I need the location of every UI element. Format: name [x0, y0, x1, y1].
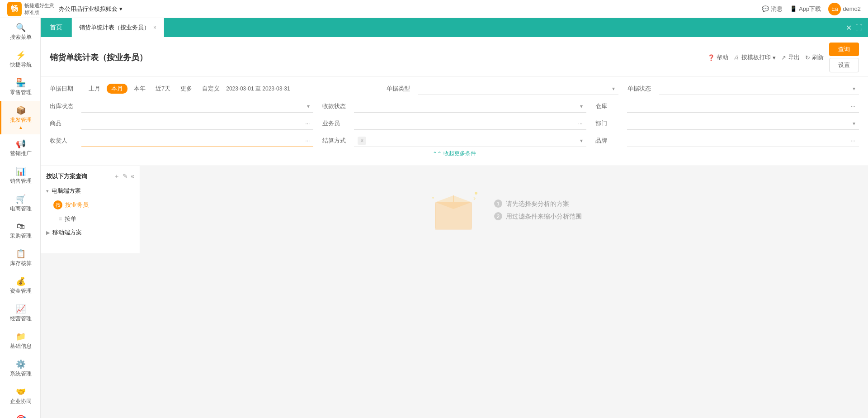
doc-status-arrow-icon: ▾ — [853, 86, 855, 92]
settlement-label: 结算方式 — [322, 137, 354, 145]
export-icon: ↗ — [781, 54, 786, 61]
logo-icon: 畅 — [7, 2, 22, 16]
empty-state: 1 请先选择要分析的方案 2 用过滤条件来缩小分析范围 — [426, 184, 582, 235]
sidebar-item-enterprise-collab[interactable]: 🤝 企业协同 — [0, 382, 40, 410]
tab-active[interactable]: 销货单统计表（按业务员） × — [72, 18, 164, 37]
collect-status-field[interactable]: ▾ — [354, 100, 586, 113]
sidebar-item-newguide[interactable]: 🎯 新手引导 — [0, 410, 40, 418]
collapse-btn[interactable]: ⌃⌃ 收起更多条件 — [50, 147, 859, 160]
print-icon: 🖨 — [734, 54, 740, 61]
setting-button[interactable]: 设置 — [829, 58, 859, 72]
sidebar-item-finance[interactable]: 💰 资金管理 — [0, 272, 40, 299]
goods-more-icon: ··· — [305, 120, 310, 127]
sidebar: 🔍 搜索菜单 ⚡ 快捷导航 🏪 零售管理 📦 批发管理 ▲ 📢 营销推广 � — [0, 18, 41, 418]
svg-point-4 — [475, 192, 477, 195]
wholesale-icon: 📦 — [16, 105, 26, 115]
search-icon: 🔍 — [16, 23, 26, 33]
inner-layout: 按以下方案查询 ＋ ✎ « ▾ 电脑端方案 — [41, 166, 868, 253]
sidebar-item-quicknav[interactable]: ⚡ 快捷导航 — [0, 46, 40, 73]
logo-text: 畅捷通好生意 标准版 — [24, 2, 54, 15]
collapse-scheme-icon[interactable]: « — [131, 172, 134, 180]
empty-illustration — [426, 184, 481, 235]
header-right: 💬 消息 📱 App下载 Ea demo2 — [762, 3, 861, 15]
top-header: 畅 畅捷通好生意 标准版 办公用品行业模拟账套 ▾ 💬 消息 📱 App下载 — [0, 0, 868, 18]
main-layout: 🔍 搜索菜单 ⚡ 快捷导航 🏪 零售管理 📦 批发管理 ▲ 📢 营销推广 � — [0, 18, 868, 418]
filter-row-2: 出库状态 ▾ 收款状态 ▾ 仓库 ··· — [50, 100, 859, 113]
operation-icon: 📈 — [16, 304, 26, 314]
empty-num-1: 1 — [494, 200, 502, 208]
add-scheme-icon[interactable]: ＋ — [113, 172, 120, 180]
workspace-selector[interactable]: 办公用品行业模拟账套 ▾ — [59, 5, 123, 13]
brand-field[interactable]: ··· — [627, 134, 859, 147]
sidebar-item-purchase[interactable]: 🛍 采购管理 — [0, 217, 40, 244]
sidebar-item-retail[interactable]: 🏪 零售管理 — [0, 73, 40, 101]
retail-icon: 🏪 — [16, 78, 26, 88]
help-btn[interactable]: ❓ 帮助 — [708, 53, 728, 62]
dept-label: 部门 — [595, 119, 627, 128]
print-btn[interactable]: 🖨 按模板打印 ▾ — [734, 53, 776, 62]
warehouse-field[interactable]: ··· — [627, 100, 859, 113]
sidebar-item-system[interactable]: ⚙️ 系统管理 — [0, 355, 40, 382]
query-button[interactable]: 查询 — [829, 43, 859, 56]
collect-status-arrow-icon: ▾ — [580, 103, 583, 109]
scheme-item-by-order[interactable]: ≡ 按单 — [41, 212, 140, 226]
enterprise-collab-icon: 🤝 — [16, 387, 26, 397]
out-status-field[interactable]: ▾ — [81, 100, 313, 113]
doc-status-field[interactable]: ▾ — [659, 82, 859, 95]
brand-label: 品牌 — [595, 137, 627, 145]
page-header: 销货单统计表（按业务员） ❓ 帮助 🖨 按模板打印 ▾ ↗ — [41, 37, 868, 76]
dept-field[interactable]: ▾ — [627, 117, 859, 130]
sidebar-item-ecommerce[interactable]: 🛒 电商管理 — [0, 190, 40, 217]
refresh-btn[interactable]: ↻ 刷新 — [805, 53, 824, 62]
sidebar-item-marketing[interactable]: 📢 营销推广 — [0, 134, 40, 162]
date-7days-btn[interactable]: 近7天 — [152, 84, 174, 94]
date-this-month-btn[interactable]: 本月 — [107, 84, 127, 94]
settlement-field[interactable]: × ▾ — [354, 134, 586, 147]
wholesale-arrow: ▲ — [19, 125, 23, 130]
main-empty-content: 1 请先选择要分析的方案 2 用过滤条件来缩小分析范围 — [140, 166, 868, 253]
inventory-icon: 📋 — [16, 249, 26, 259]
header-left: 畅 畅捷通好生意 标准版 办公用品行业模拟账套 ▾ — [7, 2, 123, 16]
sidebar-item-basic-info[interactable]: 📁 基础信息 — [0, 327, 40, 355]
tab-home[interactable]: 首页 — [41, 18, 72, 37]
date-more-btn[interactable]: 更多 — [177, 84, 196, 94]
sidebar-item-sales[interactable]: 📊 销售管理 — [0, 162, 40, 190]
date-range-display: 2023-03-01 至 2023-03-31 — [226, 85, 290, 93]
sidebar-item-inventory[interactable]: 📋 库存核算 — [0, 244, 40, 272]
sidebar-item-search[interactable]: 🔍 搜索菜单 — [0, 18, 40, 46]
tab-expand-btn[interactable]: ⛶ — [855, 24, 863, 32]
scheme-group-desktop: ▾ 电脑端方案 按 按业务员 ≡ 按单 — [41, 184, 140, 226]
help-icon: ❓ — [708, 54, 715, 61]
out-status-label: 出库状态 — [50, 102, 81, 110]
date-custom-btn[interactable]: 自定义 — [198, 84, 223, 94]
print-arrow-icon: ▾ — [773, 54, 776, 61]
doc-type-field[interactable]: ▾ — [418, 82, 618, 95]
tab-close-all-btn[interactable]: ✕ — [846, 24, 852, 32]
content-area: 首页 销货单统计表（按业务员） × ✕ ⛶ 销货单统计表（按业务员） — [41, 18, 868, 418]
collapse-up-icon: ⌃⌃ — [433, 151, 442, 157]
message-btn[interactable]: 💬 消息 — [762, 5, 783, 13]
scheme-item-by-salesman[interactable]: 按 按业务员 — [41, 198, 140, 212]
app-download-btn[interactable]: 📱 App下载 — [790, 5, 821, 13]
tab-bar-actions: ✕ ⛶ — [846, 24, 868, 32]
desktop-scheme-arrow: ▾ — [46, 188, 49, 194]
settlement-tag-close[interactable]: × — [360, 138, 363, 144]
query-panel-header: 按以下方案查询 ＋ ✎ « — [41, 171, 140, 184]
export-btn[interactable]: ↗ 导出 — [781, 53, 800, 62]
doc-status-label: 单据状态 — [627, 85, 659, 93]
salesman-field[interactable]: ··· — [354, 117, 586, 130]
scheme-group-desktop-header[interactable]: ▾ 电脑端方案 — [41, 184, 140, 198]
date-this-year-btn[interactable]: 本年 — [130, 84, 149, 94]
consignee-field[interactable]: ··· — [81, 134, 313, 147]
scheme-group-mobile-header[interactable]: ▶ 移动端方案 — [41, 226, 140, 239]
sidebar-item-operation[interactable]: 📈 经营管理 — [0, 299, 40, 327]
date-filter-field[interactable]: 上月 本月 本年 近7天 更多 自定义 2023-03-01 至 2023-03… — [81, 82, 377, 95]
user-menu[interactable]: Ea demo2 — [828, 3, 861, 15]
goods-field[interactable]: ··· — [81, 117, 313, 130]
settlement-tag: × — [358, 137, 366, 145]
sidebar-item-wholesale[interactable]: 📦 批发管理 ▲ — [0, 101, 40, 134]
edit-scheme-icon[interactable]: ✎ — [123, 172, 128, 180]
date-last-month-btn[interactable]: 上月 — [85, 84, 104, 94]
tab-close-btn[interactable]: × — [153, 24, 156, 31]
app-icon: 📱 — [790, 5, 797, 12]
